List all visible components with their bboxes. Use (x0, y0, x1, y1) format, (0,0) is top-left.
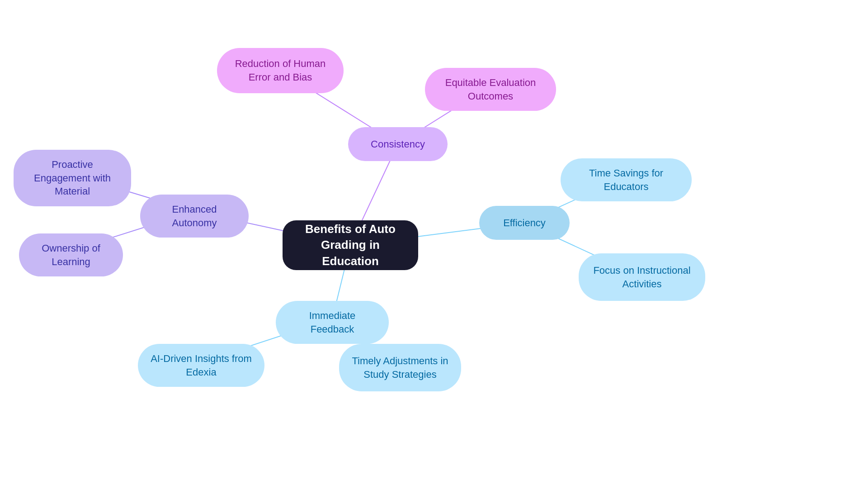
node-immediateFeedback: Immediate Feedback (276, 301, 389, 344)
node-enhancedAutonomy: Enhanced Autonomy (140, 195, 249, 238)
node-timeSavings: Time Savings for Educators (561, 158, 692, 201)
node-efficiency: Efficiency (479, 206, 570, 240)
node-aiDriven: AI-Driven Insights from Edexia (138, 344, 264, 387)
node-equitable: Equitable Evaluation Outcomes (425, 68, 556, 111)
node-timelyAdjustments: Timely Adjustments in Study Strategies (339, 344, 461, 391)
node-center: Benefits of Auto Grading in Education (283, 220, 418, 270)
node-proactiveEngagement: Proactive Engagement with Material (14, 150, 131, 206)
node-ownershipLearning: Ownership of Learning (19, 233, 123, 276)
node-consistency: Consistency (348, 127, 448, 161)
node-focusInstructional: Focus on Instructional Activities (579, 253, 705, 301)
node-reductionError: Reduction of Human Error and Bias (217, 48, 344, 93)
